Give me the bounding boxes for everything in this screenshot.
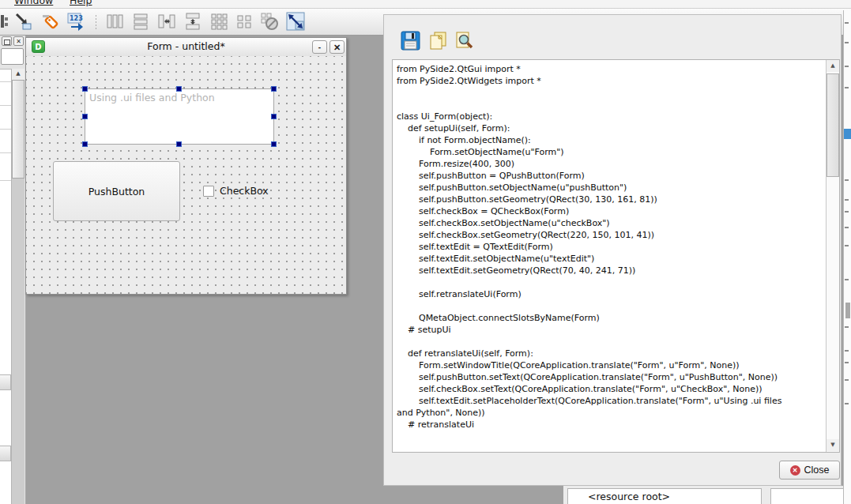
right-panel-edge bbox=[843, 10, 851, 504]
menubar: Window Help bbox=[0, 0, 851, 9]
widget-box-scrollbar[interactable]: ▲ bbox=[11, 69, 24, 504]
layout-grid-icon[interactable] bbox=[209, 12, 228, 31]
widget-filter-input[interactable] bbox=[1, 48, 24, 65]
layout-vertical-icon[interactable] bbox=[131, 12, 150, 31]
selection-handle[interactable] bbox=[176, 86, 182, 92]
scrollbar-thumb[interactable] bbox=[827, 73, 839, 177]
menu-item-help[interactable]: Help bbox=[70, 0, 92, 6]
pushbutton-widget[interactable]: PushButton bbox=[53, 161, 180, 221]
selection-handle[interactable] bbox=[271, 86, 277, 92]
form-editor-window: D Form - untitled* - ✕ Using .ui files a… bbox=[25, 37, 347, 295]
edit-buddies-icon[interactable] bbox=[41, 12, 60, 31]
edit-widgets-icon[interactable] bbox=[0, 12, 9, 31]
resource-root-item[interactable]: <resource root> bbox=[568, 489, 761, 502]
layout-horizontal-icon[interactable] bbox=[105, 12, 124, 31]
menu-item-window[interactable]: Window bbox=[14, 0, 53, 6]
layout-split-horizontal-icon[interactable] bbox=[157, 12, 176, 31]
selected-row-marker bbox=[844, 129, 851, 139]
widget-category-header[interactable] bbox=[0, 374, 11, 390]
checkbox-indicator[interactable] bbox=[203, 186, 214, 197]
adjust-size-icon[interactable] bbox=[286, 12, 305, 31]
resource-detail-pane[interactable] bbox=[770, 488, 849, 504]
widget-category-header[interactable] bbox=[0, 446, 11, 461]
edit-signals-slots-icon[interactable] bbox=[14, 12, 33, 31]
break-layout-icon[interactable] bbox=[260, 12, 279, 31]
save-icon[interactable] bbox=[400, 30, 421, 51]
widget-box-list bbox=[0, 69, 11, 504]
code-view[interactable]: from PySide2.QtGui import * from PySide2… bbox=[392, 59, 840, 453]
qt-designer-screen: { "menubar": { "items": [ {"label": "Win… bbox=[0, 0, 851, 504]
find-icon[interactable] bbox=[454, 30, 475, 51]
scroll-up-icon[interactable]: ▲ bbox=[827, 60, 839, 72]
scroll-down-icon[interactable]: ▼ bbox=[827, 439, 839, 451]
checkbox-label[interactable]: CheckBox bbox=[220, 185, 269, 197]
panel-close-icon[interactable]: ✕ bbox=[13, 36, 24, 46]
selection-handle[interactable] bbox=[82, 141, 88, 147]
scroll-up-icon[interactable]: ▲ bbox=[12, 69, 24, 81]
generated-code[interactable]: from PySide2.QtGui import * from PySide2… bbox=[393, 60, 826, 452]
selection-handle[interactable] bbox=[271, 141, 277, 147]
dialog-close-button[interactable]: ✕ Close bbox=[779, 461, 840, 480]
selection-handle[interactable] bbox=[82, 114, 88, 119]
close-circle-icon: ✕ bbox=[790, 465, 800, 476]
form-titlebar[interactable]: D Form - untitled* - ✕ bbox=[26, 38, 346, 57]
panel-float-icon[interactable] bbox=[2, 36, 12, 46]
resource-tree[interactable]: <resource root> bbox=[567, 488, 762, 504]
textedit-placeholder: Using .ui files and Python bbox=[85, 89, 273, 106]
toolbar-separator bbox=[95, 14, 97, 29]
selection-handle[interactable] bbox=[271, 114, 277, 119]
edit-tab-order-icon[interactable]: 123 bbox=[66, 12, 85, 31]
widget-box-panel: ✕ ▲ bbox=[0, 35, 26, 504]
selection-handle[interactable] bbox=[82, 86, 88, 92]
layout-split-vertical-icon[interactable] bbox=[183, 12, 202, 31]
textedit-widget[interactable]: Using .ui files and Python bbox=[85, 88, 274, 145]
close-button[interactable]: ✕ bbox=[329, 40, 345, 54]
form-window-title: Form - untitled* bbox=[26, 40, 346, 52]
minimize-button[interactable]: - bbox=[312, 40, 327, 54]
resource-browser-panel: <resource root> bbox=[563, 486, 851, 504]
close-button-label: Close bbox=[804, 465, 830, 476]
code-scrollbar[interactable]: ▲ ▼ bbox=[826, 60, 839, 452]
svg-text:123: 123 bbox=[70, 15, 83, 22]
scrollbar-thumb[interactable] bbox=[845, 303, 850, 318]
form-canvas[interactable]: Using .ui files and Python PushButton Ch… bbox=[26, 56, 346, 294]
scrollbar-thumb[interactable] bbox=[12, 80, 24, 179]
selection-handle[interactable] bbox=[176, 141, 182, 147]
layout-form-icon[interactable] bbox=[235, 12, 254, 31]
code-preview-dialog: from PySide2.QtGui import * from PySide2… bbox=[383, 14, 842, 486]
copy-icon[interactable] bbox=[427, 30, 449, 51]
